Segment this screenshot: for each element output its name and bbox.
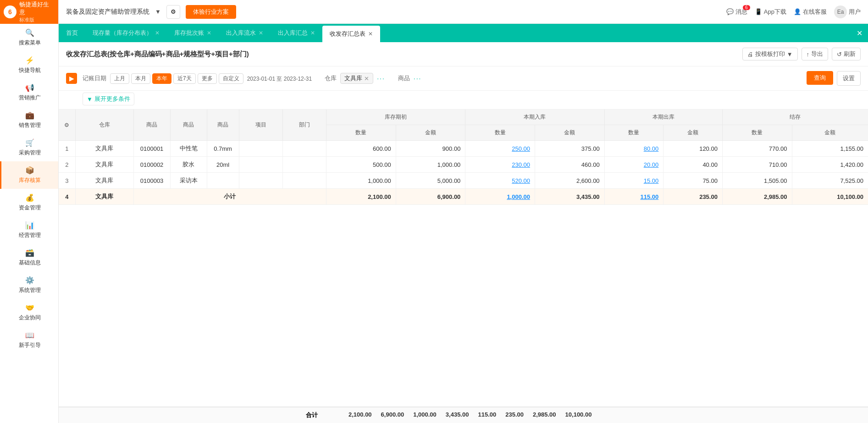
filter-toggle[interactable]: ▶: [66, 73, 77, 84]
refresh-icon: ↺: [837, 51, 842, 58]
menu-label: 营销推广: [19, 94, 41, 102]
footer-code: [119, 411, 156, 419]
query-button[interactable]: 查询: [807, 71, 833, 85]
export-button[interactable]: ↑ 导出: [802, 48, 829, 60]
filter-settings-button[interactable]: 设置: [837, 71, 861, 86]
date-btn-近7天[interactable]: 近7天: [173, 73, 196, 84]
tab-close-icon[interactable]: ✕: [155, 30, 160, 36]
row-in-qty[interactable]: 250.00: [465, 141, 535, 157]
row-out-qty[interactable]: 20.00: [604, 157, 663, 173]
menu-label: 库存核算: [19, 176, 41, 184]
menu-icon: 📦: [25, 166, 34, 175]
footer-name: [156, 411, 193, 419]
online-service-label: 在线客服: [803, 8, 827, 16]
tabs-container: 首页现存量（库存分布表）✕库存批次账✕出入库流水✕出入库汇总✕收发存汇总表✕: [59, 24, 868, 42]
sidebar-item-销售管理[interactable]: 💼销售管理: [0, 106, 58, 134]
sidebar-item-新手引导[interactable]: 📖新手引导: [0, 326, 58, 354]
row-in-qty[interactable]: 520.00: [465, 173, 535, 189]
filter-bar: ▶ 记账日期 上月本月本年近7天更多自定义 2023-01-01 至 2023-…: [59, 66, 868, 91]
footer-dept: [252, 411, 280, 419]
th-out: 本期出库: [604, 110, 722, 125]
sidebar-item-搜索菜单[interactable]: 🔍搜索菜单: [0, 24, 58, 51]
warehouse-label: 仓库: [325, 74, 337, 82]
date-btn-本年[interactable]: 本年: [152, 73, 171, 84]
topbar-right: 💬 消息 6 📱 App下载 👤 在线客服 Ea 用户: [726, 5, 861, 18]
menu-icon: 🔍: [25, 28, 34, 37]
subtotal-out-qty[interactable]: 115.00: [604, 189, 663, 205]
row-spec: 0.7mm: [207, 141, 239, 157]
print-button[interactable]: 🖨 按模板打印 ▼: [742, 48, 798, 60]
th-settings[interactable]: ⚙: [59, 110, 75, 141]
row-name: 采访本: [170, 173, 207, 189]
row-out-qty[interactable]: 15.00: [604, 173, 663, 189]
tab-label: 出入库流水: [226, 29, 256, 37]
row-project: [239, 157, 282, 173]
warehouse-tag-close[interactable]: ✕: [364, 75, 369, 82]
filter-right-actions: 查询 设置: [807, 71, 861, 86]
goods-more[interactable]: ···: [414, 75, 422, 82]
tab-close-icon[interactable]: ✕: [310, 30, 315, 36]
row-dept: [282, 173, 326, 189]
subtotal-row: 4 文具库 小计 2,100.00 6,900.00 1,000.00 3,43…: [59, 189, 868, 205]
date-range: 2023-01-01 至 2023-12-31: [247, 75, 312, 83]
tab-库存批次账[interactable]: 库存批次账✕: [167, 24, 219, 42]
footer-begin-qty: 2,100.00: [344, 411, 376, 419]
row-in-amount: 375.00: [535, 141, 604, 157]
th-in-qty: 数量: [465, 125, 535, 141]
date-btn-本月[interactable]: 本月: [131, 73, 150, 84]
row-warehouse: 文具库: [75, 173, 133, 189]
menu-label: 新手引导: [19, 341, 41, 349]
page-title: 收发存汇总表(按仓库+商品编码+商品+规格型号+项目+部门): [66, 50, 249, 59]
row-begin-amount: 5,000.00: [396, 173, 465, 189]
footer-out-amount: 235.00: [501, 411, 528, 419]
row-out-qty[interactable]: 80.00: [604, 141, 663, 157]
tab-出入库流水[interactable]: 出入库流水✕: [219, 24, 271, 42]
sidebar-item-资金管理[interactable]: 💰资金管理: [0, 189, 58, 216]
table-row: 1 文具库 0100001 中性笔 0.7mm 600.00 900.00 25…: [59, 141, 868, 157]
date-buttons: 上月本月本年近7天更多自定义: [110, 73, 243, 84]
warehouse-more[interactable]: ···: [377, 75, 385, 82]
tab-现存量（库存分布表）[interactable]: 现存量（库存分布表）✕: [85, 24, 167, 42]
user-button[interactable]: Ea 用户: [834, 5, 861, 18]
row-in-qty[interactable]: 230.00: [465, 157, 535, 173]
date-btn-上月[interactable]: 上月: [110, 73, 129, 84]
settings-gear[interactable]: ⚙: [166, 5, 180, 19]
expand-conditions-button[interactable]: ▼ 展开更多条件: [83, 93, 134, 105]
menu-icon: 🗃️: [25, 248, 34, 257]
tab-close-icon[interactable]: ✕: [207, 30, 211, 36]
tab-close-icon[interactable]: ✕: [368, 31, 373, 37]
tab-首页[interactable]: 首页: [59, 24, 85, 42]
app-download-button[interactable]: 📱 App下载: [755, 8, 786, 16]
sidebar-item-快捷导航[interactable]: ⚡快捷导航: [0, 51, 58, 79]
refresh-button[interactable]: ↺ 刷新: [832, 48, 861, 60]
menu-icon: ⚙️: [25, 276, 34, 285]
date-btn-自定义[interactable]: 自定义: [219, 73, 243, 84]
sidebar-item-营销推广[interactable]: 📢营销推广: [0, 79, 58, 106]
sidebar-item-基础信息[interactable]: 🗃️基础信息: [0, 244, 58, 271]
row-begin-qty: 600.00: [326, 141, 396, 157]
sidebar-item-系统管理[interactable]: ⚙️系统管理: [0, 271, 58, 299]
sidebar-item-经营管理[interactable]: 📊经营管理: [0, 216, 58, 244]
subtotal-out-amount: 235.00: [663, 189, 723, 205]
th-spec: 商品: [207, 110, 239, 141]
sidebar-item-采购管理[interactable]: 🛒采购管理: [0, 134, 58, 161]
menu-icon: 📢: [25, 83, 34, 92]
page-footer: 合计 2,100.00 6,900.00 1,000.00 3,435.00 1…: [59, 407, 868, 423]
close-all-tabs[interactable]: ✕: [851, 24, 868, 42]
tab-出入库汇总[interactable]: 出入库汇总✕: [271, 24, 322, 42]
sidebar-item-企业协同[interactable]: 🤝企业协同: [0, 299, 58, 326]
subtotal-in-qty[interactable]: 1,000.00: [465, 189, 535, 205]
subtotal-begin-qty: 2,100.00: [326, 189, 396, 205]
trial-button[interactable]: 体验行业方案: [186, 5, 236, 19]
message-button[interactable]: 💬 消息 6: [726, 8, 747, 16]
row-in-amount: 460.00: [535, 157, 604, 173]
system-dropdown[interactable]: ▼: [155, 8, 161, 15]
tab-收发存汇总表[interactable]: 收发存汇总表✕: [322, 26, 380, 42]
online-service-button[interactable]: 👤 在线客服: [794, 8, 827, 16]
th-bal-amount: 金额: [792, 125, 868, 141]
date-btn-更多[interactable]: 更多: [198, 73, 217, 84]
sidebar-item-库存核算[interactable]: 📦库存核算: [0, 161, 58, 189]
subtotal-num: 4: [59, 189, 75, 205]
tab-close-icon[interactable]: ✕: [259, 30, 263, 36]
footer-bal-qty: 2,985.00: [528, 411, 561, 419]
